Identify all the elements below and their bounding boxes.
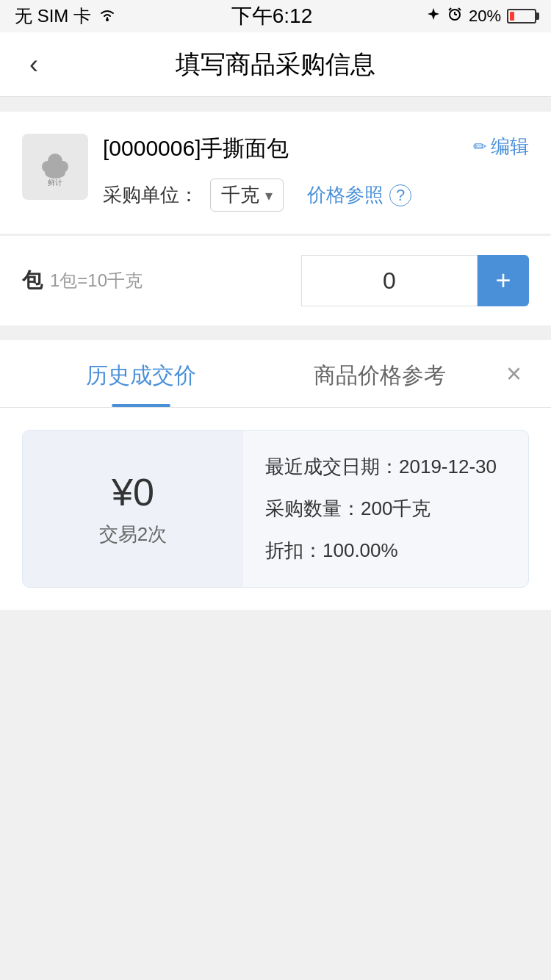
price-card: ¥0 交易2次 最近成交日期：2019-12-30 采购数量：200千克 折扣：… bbox=[22, 430, 529, 588]
quantity-section: 包 1包=10千克 0 + bbox=[0, 235, 551, 325]
product-header: 鲜计 [0000006]手撕面包 采购单位： 千克 ▾ 价格参照 ? bbox=[22, 134, 529, 212]
status-bar: 无 SIM 卡 下午6:12 20% bbox=[0, 0, 551, 32]
recent-date-value: 2019-12-30 bbox=[399, 455, 497, 478]
quantity-input-group: 0 + bbox=[301, 255, 529, 306]
nav-bar: ‹ 填写商品采购信息 bbox=[0, 32, 551, 97]
unit-selector[interactable]: 千克 ▾ bbox=[210, 179, 284, 212]
alarm-icon bbox=[447, 6, 463, 26]
price-trades: 交易2次 bbox=[99, 522, 167, 547]
svg-text:鲜计: 鲜计 bbox=[48, 179, 62, 187]
plus-icon: + bbox=[495, 265, 511, 296]
edit-button[interactable]: ✏ 编辑 bbox=[473, 134, 529, 159]
wifi-icon bbox=[97, 6, 118, 26]
recent-date-row: 最近成交日期：2019-12-30 bbox=[265, 453, 506, 481]
tab-history-price[interactable]: 历史成交价 bbox=[22, 340, 260, 407]
price-value: 0 bbox=[133, 471, 154, 514]
status-time: 下午6:12 bbox=[231, 2, 313, 30]
sim-status: 无 SIM 卡 bbox=[15, 4, 91, 28]
price-right-panel: 最近成交日期：2019-12-30 采购数量：200千克 折扣：100.00% bbox=[243, 430, 528, 587]
back-button[interactable]: ‹ bbox=[22, 42, 46, 87]
svg-point-9 bbox=[45, 167, 65, 179]
svg-line-5 bbox=[458, 8, 461, 10]
status-left: 无 SIM 卡 bbox=[15, 4, 118, 28]
battery-percent: 20% bbox=[469, 7, 501, 26]
currency-symbol: ¥ bbox=[112, 471, 133, 514]
purchase-qty-row: 采购数量：200千克 bbox=[265, 494, 506, 523]
price-ref-label: 价格参照 bbox=[307, 182, 383, 208]
tabs-close-button[interactable]: × bbox=[499, 351, 529, 397]
discount-label: 折扣： bbox=[265, 539, 323, 561]
price-amount: ¥0 bbox=[112, 470, 154, 514]
bottom-area bbox=[0, 610, 551, 977]
battery-icon bbox=[507, 9, 536, 24]
tab-product-price-ref[interactable]: 商品价格参考 bbox=[260, 340, 498, 407]
dropdown-arrow-icon: ▾ bbox=[265, 187, 273, 204]
status-right: 20% bbox=[426, 6, 536, 26]
discount-row: 折扣：100.00% bbox=[265, 536, 506, 565]
svg-point-0 bbox=[106, 18, 109, 21]
quantity-input[interactable]: 0 bbox=[301, 255, 478, 306]
product-unit-row: 采购单位： 千克 ▾ 价格参照 ? bbox=[103, 179, 411, 212]
history-content: ¥0 交易2次 最近成交日期：2019-12-30 采购数量：200千克 折扣：… bbox=[0, 408, 551, 610]
pack-unit: 包 bbox=[22, 267, 43, 295]
product-card: 鲜计 [0000006]手撕面包 采购单位： 千克 ▾ 价格参照 ? bbox=[0, 112, 551, 234]
quantity-label: 包 1包=10千克 bbox=[22, 267, 143, 295]
price-ref-link[interactable]: 价格参照 ? bbox=[307, 182, 411, 208]
purchase-qty-label: 采购数量： bbox=[265, 497, 361, 519]
discount-value: 100.00% bbox=[323, 539, 398, 561]
help-icon: ? bbox=[389, 184, 411, 206]
purchase-unit-label: 采购单位： bbox=[103, 182, 198, 208]
svg-line-4 bbox=[449, 8, 451, 10]
unit-value: 千克 bbox=[221, 182, 259, 208]
tabs-container: 历史成交价 商品价格参考 × bbox=[0, 340, 551, 408]
product-info: 鲜计 [0000006]手撕面包 采购单位： 千克 ▾ 价格参照 ? bbox=[22, 134, 458, 212]
page-title: 填写商品采购信息 bbox=[176, 48, 375, 82]
edit-icon: ✏ bbox=[473, 137, 486, 156]
product-thumbnail: 鲜计 bbox=[22, 134, 88, 200]
product-full-name: [0000006]手撕面包 bbox=[103, 134, 411, 164]
product-name-area: [0000006]手撕面包 采购单位： 千克 ▾ 价格参照 ? bbox=[103, 134, 411, 212]
edit-label: 编辑 bbox=[491, 134, 529, 159]
quantity-plus-button[interactable]: + bbox=[478, 255, 529, 306]
price-left-panel: ¥0 交易2次 bbox=[23, 430, 243, 587]
unit-conversion: 1包=10千克 bbox=[50, 269, 143, 292]
purchase-qty-value: 200千克 bbox=[361, 497, 431, 519]
location-icon bbox=[426, 7, 441, 26]
recent-date-label: 最近成交日期： bbox=[265, 455, 399, 478]
